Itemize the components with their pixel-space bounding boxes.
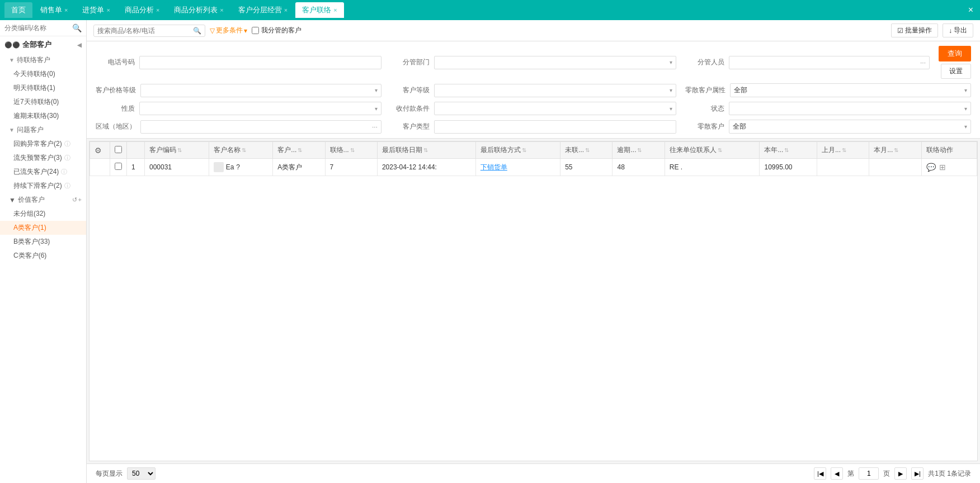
- filter-input-price-grade[interactable]: ▾: [140, 84, 381, 97]
- sidebar-item-churned-label: 已流失客户(24): [13, 167, 59, 177]
- filter-input-phone[interactable]: [139, 56, 381, 69]
- col-last-contact-date-label: 最后联络日期: [382, 145, 422, 155]
- query-button[interactable]: 查询: [939, 46, 971, 61]
- col-code-header[interactable]: 客户编码 ⇅: [145, 142, 209, 159]
- filter-input-customer-grade[interactable]: ▾: [434, 84, 676, 97]
- col-overdue-header[interactable]: 逾期... ⇅: [613, 142, 665, 159]
- export-button[interactable]: ↓ 导出: [943, 23, 973, 37]
- col-category-header[interactable]: 客户... ⇅: [273, 142, 325, 159]
- row-no-contact-cell: 55: [560, 159, 613, 176]
- col-category-sort[interactable]: 客户... ⇅: [277, 145, 302, 155]
- tab-customer-contact-close[interactable]: ×: [333, 7, 337, 13]
- tab-product-analysis[interactable]: 商品分析 ×: [118, 2, 166, 18]
- filter-input-status[interactable]: ▾: [729, 102, 971, 115]
- col-this-year-header[interactable]: 本年... ⇅: [760, 142, 817, 159]
- page-number-input[interactable]: [859, 467, 879, 480]
- tab-purchase[interactable]: 进货单 ×: [76, 2, 116, 18]
- tab-product-analysis-list-close[interactable]: ×: [220, 7, 223, 13]
- tab-customer-segment-close[interactable]: ×: [284, 7, 288, 13]
- col-last-contact-method-header[interactable]: 最后联络方式 ⇅: [475, 142, 560, 159]
- row-last-contact-method[interactable]: 下销货单: [480, 163, 507, 171]
- col-contact-sort[interactable]: 联络... ⇅: [330, 145, 355, 155]
- sidebar-all-customers[interactable]: ⚫⚫ 全部客户 ◀: [0, 36, 86, 53]
- sidebar-item-churn-warning[interactable]: 流失预警客户(3) ⓘ: [0, 151, 86, 165]
- col-this-month-header[interactable]: 本月... ⇅: [869, 142, 921, 159]
- chat-action-icon[interactable]: 💬: [926, 163, 936, 172]
- col-this-year-sort[interactable]: 本年... ⇅: [764, 145, 789, 155]
- sidebar-contact-group[interactable]: ▼ 待联络客户: [0, 53, 86, 67]
- sidebar-search-icon[interactable]: 🔍: [72, 23, 82, 32]
- tab-customer-contact[interactable]: 客户联络 ×: [295, 2, 343, 18]
- col-name-sort[interactable]: 客户名称 ⇅: [214, 145, 246, 155]
- first-page-button[interactable]: |◀: [814, 467, 826, 480]
- sidebar-item-c-class[interactable]: C类客户(6): [0, 249, 86, 263]
- row-checkbox-cell[interactable]: [110, 159, 127, 176]
- filter-input-region[interactable]: ···: [140, 120, 381, 134]
- row-checkbox[interactable]: [115, 163, 122, 170]
- col-last-contact-date-header[interactable]: 最后联络日期 ⇅: [377, 142, 475, 159]
- col-no-contact-sort[interactable]: 未联... ⇅: [565, 145, 590, 155]
- tab-sales-close[interactable]: ×: [64, 7, 68, 13]
- sidebar-item-churned[interactable]: 已流失客户(24) ⓘ: [0, 165, 86, 179]
- sidebar-item-a-class[interactable]: A类客户(1): [0, 221, 86, 235]
- col-contact-header[interactable]: 联络... ⇅: [325, 142, 377, 159]
- col-this-month-sort[interactable]: 本月... ⇅: [874, 145, 898, 155]
- sidebar-item-7day-contact-label: 近7天待联络(0): [13, 97, 59, 107]
- sort-icon-overdue: ⇅: [637, 147, 642, 153]
- sidebar-value-group[interactable]: ▼ 价值客户 ↺ +: [0, 193, 86, 207]
- sidebar-item-b-class[interactable]: B类客户(33): [0, 235, 86, 249]
- filter-search-input[interactable]: [97, 27, 191, 35]
- col-last-month-header[interactable]: 上月... ⇅: [817, 142, 869, 159]
- last-page-button[interactable]: ▶|: [911, 467, 924, 480]
- filter-input-nature[interactable]: ▾: [139, 102, 381, 115]
- col-code-sort[interactable]: 客户编码 ⇅: [149, 145, 182, 155]
- my-customers-checkbox[interactable]: [252, 27, 259, 34]
- filter-more-conditions[interactable]: ▽ 更多条件 ▾: [210, 26, 247, 35]
- col-no-contact-header[interactable]: 未联... ⇅: [560, 142, 613, 159]
- select-all-checkbox[interactable]: [115, 146, 122, 153]
- tab-customer-segment[interactable]: 客户分层经营 ×: [232, 2, 294, 18]
- qr-action-icon[interactable]: ⊞: [939, 163, 946, 172]
- col-last-contact-date-sort[interactable]: 最后联络日期 ⇅: [382, 145, 428, 155]
- filter-input-retail-attr[interactable]: 全部 ▾: [730, 83, 971, 97]
- settings-button[interactable]: 设置: [941, 64, 971, 79]
- sidebar-item-declining[interactable]: 持续下滑客户(2) ⓘ: [0, 179, 86, 193]
- filter-search-icon[interactable]: 🔍: [193, 27, 201, 35]
- col-checkbox-header[interactable]: [110, 142, 127, 159]
- sidebar-item-today-contact[interactable]: 今天待联络(0): [0, 67, 86, 81]
- col-unit-contact-header[interactable]: 往来单位联系人 ⇅: [665, 142, 760, 159]
- col-last-contact-method-sort[interactable]: 最后联络方式 ⇅: [480, 145, 526, 155]
- filter-input-payment[interactable]: ▾: [434, 102, 676, 115]
- col-last-month-sort[interactable]: 上月... ⇅: [822, 145, 846, 155]
- per-page-select[interactable]: 50 100 200: [127, 467, 156, 480]
- tab-product-analysis-close[interactable]: ×: [156, 7, 159, 13]
- sidebar-item-overdue-contact[interactable]: 逾期未联络(30): [0, 109, 86, 123]
- tab-product-analysis-list[interactable]: 商品分析列表 ×: [167, 2, 230, 18]
- sidebar-search-input[interactable]: [4, 24, 70, 32]
- batch-operation-button[interactable]: ☑ 批量操作: [891, 23, 938, 37]
- tab-sales[interactable]: 销售单 ×: [34, 2, 74, 18]
- col-gear[interactable]: ⚙: [90, 142, 110, 159]
- sidebar-item-tomorrow-contact[interactable]: 明天待联络(1): [0, 81, 86, 95]
- refresh-icon[interactable]: ↺: [72, 196, 77, 203]
- gear-icon[interactable]: ⚙: [95, 146, 102, 155]
- close-all-tabs[interactable]: ×: [966, 3, 976, 17]
- add-icon[interactable]: +: [78, 196, 82, 203]
- col-unit-contact-sort[interactable]: 往来单位联系人 ⇅: [670, 145, 722, 155]
- sidebar-item-7day-contact[interactable]: 近7天待联络(0): [0, 95, 86, 109]
- next-page-button[interactable]: ▶: [894, 467, 907, 480]
- prev-page-button[interactable]: ◀: [831, 467, 843, 480]
- sidebar-collapse-icon[interactable]: ◀: [77, 42, 82, 48]
- tab-purchase-close[interactable]: ×: [106, 7, 110, 13]
- filter-input-person[interactable]: ···: [729, 56, 930, 69]
- filter-input-customer-type[interactable]: [434, 120, 676, 134]
- col-overdue-sort[interactable]: 逾期... ⇅: [617, 145, 642, 155]
- tab-home[interactable]: 首页: [4, 2, 32, 18]
- sidebar-problem-group[interactable]: ▼ 问题客户: [0, 123, 86, 137]
- col-name-header[interactable]: 客户名称 ⇅: [209, 142, 273, 159]
- my-customers-checkbox-container[interactable]: 我分管的客户: [252, 26, 301, 35]
- filter-input-retail-customer[interactable]: 全部 ▾: [729, 120, 971, 134]
- sidebar-item-abnormal-repurchase[interactable]: 回购异常客户(2) ⓘ: [0, 137, 86, 151]
- filter-input-dept[interactable]: ▾: [434, 56, 676, 69]
- sidebar-item-ungrouped[interactable]: 未分组(32): [0, 207, 86, 221]
